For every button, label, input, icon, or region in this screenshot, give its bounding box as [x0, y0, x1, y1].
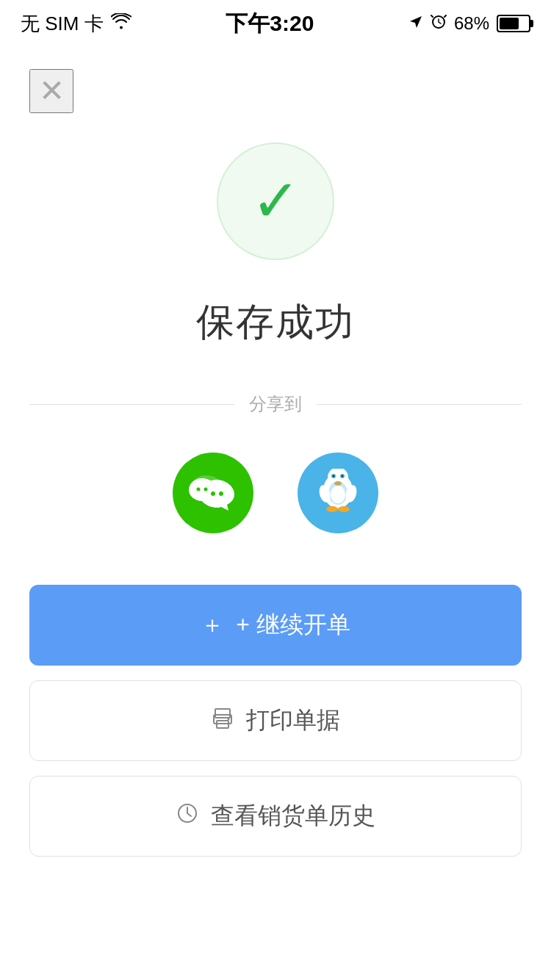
success-title: 保存成功: [196, 297, 355, 348]
svg-point-15: [326, 506, 338, 512]
divider-left: [29, 404, 234, 405]
status-right: 68%: [408, 13, 530, 34]
status-time: 下午3:20: [226, 9, 314, 39]
print-button[interactable]: 打印单据: [29, 680, 522, 761]
battery-icon: [497, 15, 530, 32]
clock-icon: [176, 801, 199, 831]
svg-point-11: [333, 475, 335, 478]
close-icon: ✕: [39, 76, 65, 107]
divider-right: [317, 404, 522, 405]
share-divider: 分享到: [29, 392, 522, 416]
share-label: 分享到: [249, 392, 302, 416]
history-label: 查看销货单历史: [211, 800, 375, 832]
svg-point-2: [211, 491, 215, 496]
svg-rect-19: [215, 709, 230, 718]
svg-point-3: [219, 491, 223, 496]
share-icons-container: [173, 453, 378, 533]
wechat-share-button[interactable]: [173, 453, 253, 533]
svg-point-16: [338, 506, 350, 512]
svg-point-22: [228, 718, 230, 721]
checkmark-icon: ✓: [251, 172, 300, 231]
view-history-button[interactable]: 查看销货单历史: [29, 776, 522, 857]
alarm-icon: [431, 13, 447, 34]
status-bar: 无 SIM 卡 下午3:20 68%: [0, 0, 551, 47]
status-left: 无 SIM 卡: [21, 11, 132, 37]
plus-icon: ＋: [201, 609, 224, 641]
action-buttons: ＋ + 继续开单 打印单据 查看销货单历: [29, 585, 522, 857]
no-sim-text: 无 SIM 卡: [21, 11, 104, 37]
location-icon: [408, 13, 423, 34]
printer-icon: [211, 706, 234, 735]
main-content: ✕ ✓ 保存成功 分享到: [0, 47, 551, 879]
battery-percent: 68%: [454, 13, 489, 34]
svg-point-5: [204, 488, 208, 491]
svg-point-12: [342, 475, 344, 478]
qq-share-button[interactable]: [298, 453, 378, 533]
svg-point-14: [331, 486, 345, 503]
close-button[interactable]: ✕: [29, 69, 73, 113]
success-circle: ✓: [217, 143, 334, 260]
continue-order-button[interactable]: ＋ + 继续开单: [29, 585, 522, 666]
svg-point-4: [197, 488, 201, 491]
print-label: 打印单据: [246, 705, 340, 737]
continue-order-label: + 继续开单: [236, 609, 350, 641]
wifi-icon: [111, 13, 132, 34]
